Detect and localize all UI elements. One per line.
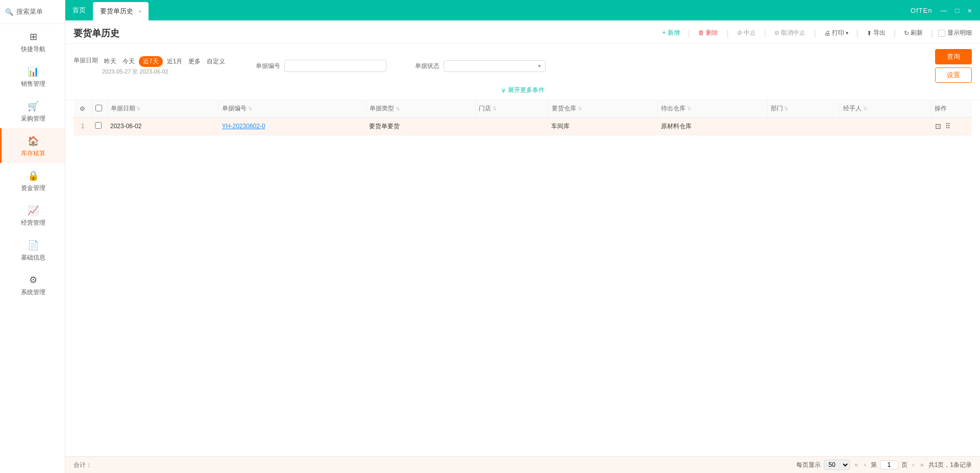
row-handler	[840, 117, 931, 135]
doc-date-label: 单据日期	[74, 56, 98, 65]
date-filter-group: 单据日期 昨天今天近7天近1月更多自定义 2023-05-27 至 2023-0…	[74, 56, 227, 76]
chevron-down-icon: ∨	[501, 87, 506, 94]
table-footer: 合计： 每页显示 102050100 « ‹ 第 页 › » 共1页，1条记录	[65, 456, 980, 473]
search-icon: 🔍	[5, 8, 13, 16]
total-label: 合计：	[74, 461, 92, 469]
row-req-warehouse: 车间库	[548, 117, 657, 135]
first-page-btn[interactable]: «	[853, 461, 860, 469]
page-title: 要货单历史	[74, 27, 119, 39]
doc-status-select[interactable]: ▾	[444, 60, 546, 72]
per-page-select[interactable]: 102050100	[824, 460, 850, 470]
date-btn-近7天[interactable]: 近7天	[139, 56, 163, 67]
row-doc-type: 要货单要货	[366, 117, 476, 135]
per-page-label: 每页显示	[796, 461, 821, 469]
tab-close-icon[interactable]: ×	[138, 8, 141, 14]
maximize-icon[interactable]: □	[955, 7, 959, 14]
purchase-mgmt-icon: 🛒	[28, 101, 39, 112]
more-icon[interactable]: ⠿	[944, 121, 951, 131]
basic-info-label: 基础信息	[21, 253, 45, 262]
row-checkbox-cell	[92, 117, 107, 135]
settings-button[interactable]: 设置	[935, 67, 972, 83]
inventory-label: 库存核算	[21, 149, 45, 158]
date-btn-近1月[interactable]: 近1月	[165, 57, 185, 66]
th-doc-date[interactable]: 单据日期	[107, 100, 219, 117]
row-ops-cell: ⊡ ⠿	[931, 117, 972, 135]
th-pending-warehouse[interactable]: 待出仓库	[658, 100, 768, 117]
topbar-right: OfTEn — □ ×	[911, 6, 980, 15]
page-input[interactable]	[880, 460, 898, 469]
sales-mgmt-label: 销售管理	[21, 80, 45, 88]
minimize-icon[interactable]: —	[940, 7, 947, 14]
expand-label: 展开更多条件	[508, 86, 545, 94]
tab-active[interactable]: 要货单历史 ×	[93, 2, 149, 20]
filter-row-1: 单据日期 昨天今天近7天近1月更多自定义 2023-05-27 至 2023-0…	[74, 49, 972, 83]
print-dropdown-icon[interactable]: ▾	[846, 30, 848, 36]
tab-active-label: 要货单历史	[100, 7, 133, 16]
print-icon: 🖨	[824, 30, 830, 37]
th-handler[interactable]: 经手人	[840, 100, 931, 117]
page-label: 第	[871, 461, 877, 469]
query-button[interactable]: 查询	[935, 49, 972, 64]
sidebar-item-operations-mgmt[interactable]: 📈经营管理	[0, 198, 65, 232]
gear-icon[interactable]: ⚙	[80, 105, 85, 112]
date-btn-更多[interactable]: 更多	[186, 57, 203, 66]
th-req-warehouse[interactable]: 要货仓库	[548, 100, 657, 117]
doc-no-input[interactable]	[284, 60, 386, 72]
total-info: 共1页，1条记录	[928, 461, 972, 469]
date-btn-今天[interactable]: 今天	[120, 57, 137, 66]
export-button[interactable]: ⬆ 导出	[864, 27, 889, 39]
stop-button[interactable]: ⊘ 中止	[734, 27, 759, 39]
tab-home[interactable]: 首页	[65, 0, 93, 20]
cancel-stop-button[interactable]: ⊘ 取消中止	[771, 27, 808, 39]
refresh-icon: ↻	[904, 30, 909, 37]
export-icon: ⬆	[867, 30, 872, 37]
sidebar-item-basic-info[interactable]: 📄基础信息	[0, 232, 65, 267]
th-doc-type[interactable]: 单据类型	[366, 100, 476, 117]
sidebar-item-finance-mgmt[interactable]: 🔒资金管理	[0, 163, 65, 198]
prev-page-btn[interactable]: ‹	[863, 461, 868, 469]
select-all-checkbox[interactable]	[95, 105, 102, 111]
sidebar-item-system-mgmt[interactable]: ⚙系统管理	[0, 267, 65, 302]
operations-mgmt-icon: 📈	[28, 205, 39, 216]
th-settings[interactable]: ⚙	[74, 100, 92, 117]
sidebar-search[interactable]: 🔍 搜索菜单	[0, 0, 65, 24]
sidebar-item-sales-mgmt[interactable]: 📊销售管理	[0, 59, 65, 93]
th-doc-no[interactable]: 单据编号	[219, 100, 366, 117]
row-store	[476, 117, 548, 135]
doc-no-link[interactable]: YH-20230602-0	[222, 123, 265, 130]
inventory-icon: 🏠	[28, 135, 39, 147]
date-btn-昨天[interactable]: 昨天	[102, 57, 118, 66]
date-btns-row: 昨天今天近7天近1月更多自定义	[102, 56, 227, 67]
page-suffix: 页	[901, 461, 908, 469]
show-detail-label: 显示明细	[947, 29, 972, 37]
date-btn-自定义[interactable]: 自定义	[205, 57, 227, 66]
show-detail-checkbox[interactable]	[938, 30, 945, 37]
view-icon[interactable]: ⊡	[934, 121, 942, 131]
data-table: ⚙ 单据日期 单据编号 单据类型 门店 要货仓库 待出仓库 部门 经手人 操	[74, 100, 972, 135]
doc-no-filter: 单据编号	[256, 60, 386, 72]
last-page-btn[interactable]: »	[919, 461, 925, 469]
operations-mgmt-label: 经营管理	[21, 219, 45, 227]
expand-more-btn[interactable]: ∨ 展开更多条件	[74, 86, 972, 94]
row-pending-warehouse: 原材料仓库	[658, 117, 768, 135]
main-area: 首页 要货单历史 × OfTEn — □ × 要货单历史 + 新增 | 🗑 删除…	[65, 0, 980, 473]
doc-status-filter: 单据状态 ▾	[415, 60, 546, 72]
quick-nav-label: 快捷导航	[21, 45, 45, 54]
print-button[interactable]: 🖨 🖨 打印 打印 ▾	[821, 27, 851, 39]
close-window-icon[interactable]: ×	[967, 6, 972, 15]
sidebar-item-inventory[interactable]: 🏠库存核算	[0, 128, 65, 163]
header-actions: + 新增 | 🗑 删除 | ⊘ 中止 | ⊘ 取消中止 | 🖨 🖨 打印 打印 …	[659, 27, 972, 39]
filter-actions: 查询 设置	[935, 49, 972, 83]
show-detail-toggle[interactable]: 显示明细	[938, 29, 972, 37]
page-content: 要货单历史 + 新增 | 🗑 删除 | ⊘ 中止 | ⊘ 取消中止 | 🖨 🖨 …	[65, 20, 980, 473]
row-checkbox[interactable]	[95, 122, 102, 129]
delete-button[interactable]: 🗑 删除	[695, 27, 721, 39]
refresh-button[interactable]: ↻ 刷新	[901, 27, 926, 39]
th-store[interactable]: 门店	[476, 100, 548, 117]
sidebar-item-purchase-mgmt[interactable]: 🛒采购管理	[0, 93, 65, 128]
new-button[interactable]: + 新增	[659, 27, 683, 39]
next-page-btn[interactable]: ›	[911, 461, 916, 469]
sidebar-item-quick-nav[interactable]: ⊞快捷导航	[0, 24, 65, 59]
page-header: 要货单历史 + 新增 | 🗑 删除 | ⊘ 中止 | ⊘ 取消中止 | 🖨 🖨 …	[65, 20, 980, 44]
th-dept[interactable]: 部门	[767, 100, 840, 117]
